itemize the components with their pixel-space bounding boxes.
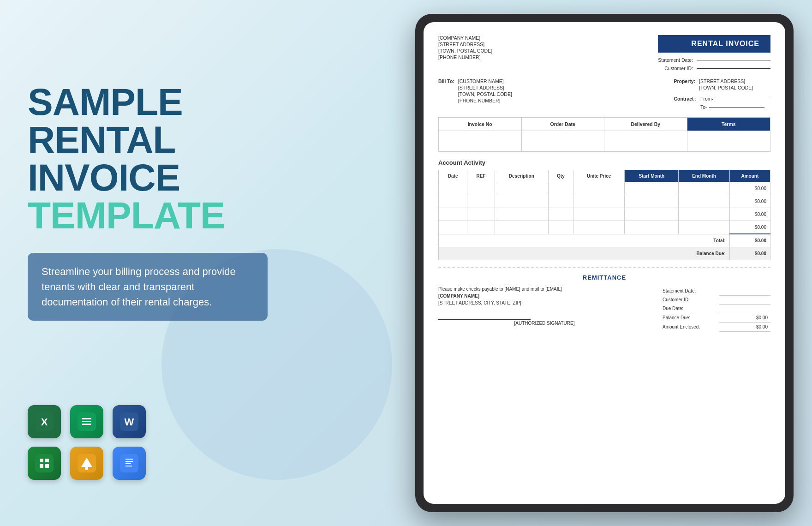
remit-balance-value: $0.00 bbox=[719, 313, 770, 322]
row2-desc bbox=[495, 195, 548, 208]
remit-due-row: Due Date: bbox=[660, 304, 770, 313]
row4-start bbox=[625, 221, 679, 234]
row3-amount: $0.00 bbox=[729, 208, 770, 221]
remittance-address: [STREET ADDRESS, CITY, STATE, ZIP] bbox=[438, 300, 651, 305]
svg-rect-11 bbox=[40, 464, 43, 468]
row3-qty bbox=[548, 208, 573, 221]
row4-desc bbox=[495, 221, 548, 234]
remittance-table: Statement Date: Customer ID: Due Date: bbox=[660, 287, 770, 332]
row3-start bbox=[625, 208, 679, 221]
svg-rect-5 bbox=[82, 424, 91, 425]
property-label: Property: bbox=[674, 78, 695, 91]
row1-start bbox=[625, 182, 679, 195]
remit-customer-value bbox=[719, 295, 770, 304]
customer-street: [STREET ADDRESS] bbox=[458, 85, 512, 90]
row3-end bbox=[679, 208, 730, 221]
col-terms: Terms bbox=[687, 118, 770, 131]
balance-due-value: $0.00 bbox=[729, 247, 770, 260]
customer-town: [TOWN, POSTAL CODE] bbox=[458, 91, 512, 97]
customer-name: [CUSTOMER NAME] bbox=[458, 78, 512, 84]
statement-date-underline bbox=[697, 60, 770, 60]
contract-block-outer: Contract : From- To- bbox=[674, 96, 770, 110]
row1-price bbox=[573, 182, 624, 195]
contract-from-line bbox=[715, 99, 770, 99]
row2-qty bbox=[548, 195, 573, 208]
tablet-screen: [COMPANY NAME] [STREET ADDRESS] [TOWN, P… bbox=[424, 22, 785, 504]
act-col-end-month: End Month bbox=[679, 170, 730, 182]
row1-end bbox=[679, 182, 730, 195]
row2-ref bbox=[467, 195, 495, 208]
activity-row-3: $0.00 bbox=[439, 208, 770, 221]
svg-rect-17 bbox=[125, 459, 133, 460]
customer-id-label: Customer ID: bbox=[664, 66, 693, 71]
col-invoice-no: Invoice No bbox=[439, 118, 522, 131]
total-value: $0.00 bbox=[729, 234, 770, 247]
dotted-divider bbox=[438, 267, 770, 268]
remittance-company: [COMPANY NAME] bbox=[438, 293, 651, 299]
row4-ref bbox=[467, 221, 495, 234]
company-town: [TOWN, POSTAL CODE] bbox=[438, 48, 492, 54]
remit-balance-row: Balance Due: $0.00 bbox=[660, 313, 770, 322]
row3-price bbox=[573, 208, 624, 221]
total-row: Total: $0.00 bbox=[439, 234, 770, 247]
invoice-table-body bbox=[438, 131, 770, 152]
remittance-right: Statement Date: Customer ID: Due Date: bbox=[660, 287, 770, 332]
title-line1: SAMPLE bbox=[28, 81, 183, 123]
svg-rect-4 bbox=[82, 421, 91, 422]
account-activity-title: Account Activity bbox=[438, 159, 770, 166]
invoice-header: [COMPANY NAME] [STREET ADDRESS] [TOWN, P… bbox=[438, 35, 770, 71]
bill-to-info: [CUSTOMER NAME] [STREET ADDRESS] [TOWN, … bbox=[458, 78, 512, 110]
sheets-icon bbox=[70, 405, 103, 438]
property-inner: Property: [STREET ADDRESS] [TOWN, POSTAL… bbox=[674, 78, 770, 91]
excel-icon: X bbox=[28, 405, 61, 438]
bill-to-label: Bill To: bbox=[438, 78, 454, 110]
total-label: Total: bbox=[439, 234, 730, 247]
subtitle-text: Streamline your billing process and prov… bbox=[42, 266, 236, 308]
svg-rect-20 bbox=[125, 466, 132, 466]
company-info: [COMPANY NAME] [STREET ADDRESS] [TOWN, P… bbox=[438, 35, 492, 61]
invoice-table-header: Invoice No Order Date Delivered By Terms bbox=[438, 117, 770, 131]
svg-rect-19 bbox=[125, 463, 131, 464]
company-street: [STREET ADDRESS] bbox=[438, 42, 492, 47]
contract-info: From- To- bbox=[700, 96, 770, 110]
signature-line bbox=[438, 319, 531, 320]
title-line4: TEMPLATE bbox=[28, 194, 225, 236]
cell-order-date bbox=[522, 131, 605, 151]
activity-row-4: $0.00 bbox=[439, 221, 770, 234]
balance-due-label: Balance Due: bbox=[439, 247, 730, 260]
remit-statement-value bbox=[719, 287, 770, 295]
col-order-date: Order Date bbox=[522, 118, 605, 131]
svg-rect-15 bbox=[85, 467, 88, 470]
svg-rect-10 bbox=[45, 459, 49, 462]
contract-to-line bbox=[709, 107, 764, 108]
tablet-device: [COMPANY NAME] [STREET ADDRESS] [TOWN, P… bbox=[415, 14, 794, 512]
remittance-content: Please make checks payable to [NAME] and… bbox=[438, 287, 770, 332]
activity-table: Date REF Description Qty Unite Price Sta… bbox=[438, 170, 770, 260]
row1-date bbox=[439, 182, 467, 195]
svg-rect-8 bbox=[35, 454, 54, 472]
property-town: [TOWN, POSTAL CODE] bbox=[699, 85, 753, 90]
row4-amount: $0.00 bbox=[729, 221, 770, 234]
svg-text:X: X bbox=[41, 416, 48, 428]
remit-statement-row: Statement Date: bbox=[660, 287, 770, 295]
svg-rect-18 bbox=[125, 461, 133, 462]
remit-statement-label: Statement Date: bbox=[660, 287, 719, 295]
statement-area: Statement Date: Customer ID: bbox=[658, 57, 770, 71]
col-delivered-by: Delivered By bbox=[604, 118, 687, 131]
customer-phone: [PHONE NUMBER] bbox=[458, 98, 512, 103]
invoice-title-area: RENTAL INVOICE Statement Date: Customer … bbox=[658, 35, 770, 71]
customer-id-row: Customer ID: bbox=[664, 66, 770, 71]
row2-price bbox=[573, 195, 624, 208]
title-line2: RENTAL bbox=[28, 119, 175, 161]
remit-amount-value: $0.00 bbox=[719, 322, 770, 331]
row4-qty bbox=[548, 221, 573, 234]
remittance-instruction: Please make checks payable to [NAME] and… bbox=[438, 287, 651, 292]
main-title: SAMPLE RENTAL INVOICE TEMPLATE bbox=[28, 83, 286, 234]
row4-price bbox=[573, 221, 624, 234]
row3-desc bbox=[495, 208, 548, 221]
contract-from-label: From- bbox=[700, 96, 713, 102]
row2-end bbox=[679, 195, 730, 208]
row2-start bbox=[625, 195, 679, 208]
signature-block: [AUTHORIZED SIGNATURE] bbox=[438, 319, 651, 326]
property-info: [STREET ADDRESS] [TOWN, POSTAL CODE] bbox=[699, 78, 753, 91]
